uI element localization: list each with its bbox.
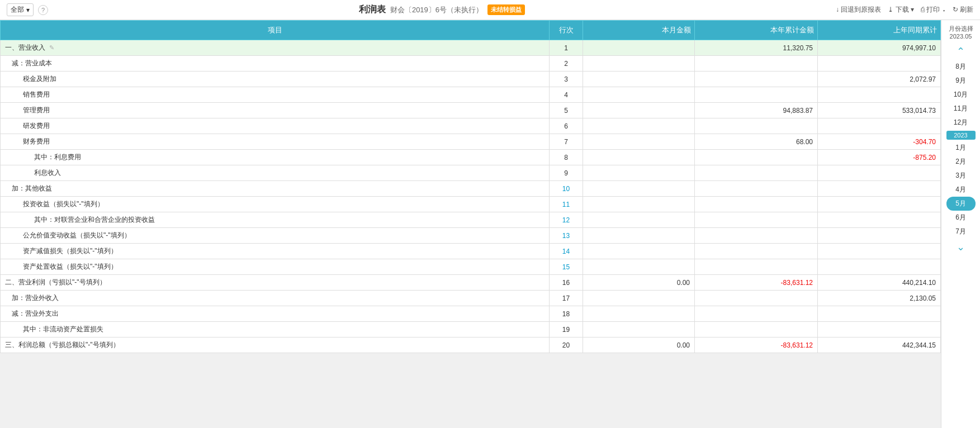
cell-year [695, 150, 818, 165]
cell-month [583, 150, 695, 165]
cell-rownum: 4 [550, 87, 583, 103]
cell-lastyear: 533,014.73 [818, 103, 941, 118]
edit-icon[interactable]: ✎ [48, 44, 54, 51]
cell-item: 加：营业外收入 [1, 291, 550, 306]
cell-lastyear: 2,072.97 [818, 72, 941, 87]
cell-item: 资产减值损失（损失以"-"填列） [1, 244, 550, 259]
cell-month [583, 212, 695, 228]
status-badge: 未结转损益 [487, 4, 525, 15]
cell-lastyear: 974,997.10 [818, 40, 941, 56]
side-month-item[interactable]: 5月 [946, 197, 976, 211]
cell-rownum: 11 [550, 197, 583, 212]
cell-year: 94,883.87 [695, 103, 818, 118]
cell-year: 11,320.75 [695, 40, 818, 56]
side-month-item[interactable]: 2023 [946, 131, 976, 140]
cell-lastyear [818, 244, 941, 259]
side-month-item[interactable]: 6月 [946, 211, 976, 225]
chevron-down-icon: ▾ [26, 6, 30, 14]
selector-area[interactable]: 全部 ▾ ? [7, 3, 48, 16]
cell-year: -83,631.12 [695, 275, 818, 291]
action-download[interactable]: ⤓ 下载 ▾ [888, 5, 914, 15]
cell-month [583, 306, 695, 322]
title-area: 利润表 财会〔2019〕6号（未执行） 未结转损益 [359, 4, 525, 16]
scope-label: 全部 [11, 5, 24, 15]
scroll-down-icon[interactable]: ⌄ [955, 240, 966, 254]
side-month-item[interactable]: 10月 [946, 88, 976, 102]
cell-year [695, 306, 818, 322]
cell-year [695, 181, 818, 197]
cell-year [695, 197, 818, 212]
cell-year [695, 56, 818, 72]
side-month-item[interactable]: 12月 [946, 116, 976, 130]
cell-lastyear: -304.70 [818, 134, 941, 150]
month-selector-panel: 月份选择2023.05 ⌃ 8月9月10月11月12月20231月2月3月4月5… [941, 20, 980, 428]
cell-year [695, 212, 818, 228]
side-month-item[interactable]: 1月 [946, 141, 976, 155]
cell-year: 68.00 [695, 134, 818, 150]
cell-lastyear [818, 212, 941, 228]
cell-rownum: 9 [550, 165, 583, 181]
side-month-item[interactable]: 9月 [946, 74, 976, 88]
cell-lastyear [818, 87, 941, 103]
cell-rownum: 19 [550, 322, 583, 337]
cell-lastyear [818, 322, 941, 337]
side-year: 2023.05 [950, 33, 972, 40]
report-subtitle: 财会〔2019〕6号（未执行） [390, 5, 483, 15]
header-item: 项目 [1, 21, 550, 40]
action-refresh[interactable]: ↻ 刷新 [953, 5, 973, 15]
cell-lastyear [818, 118, 941, 134]
cell-rownum: 16 [550, 275, 583, 291]
cell-month [583, 228, 695, 244]
cell-year [695, 322, 818, 337]
scope-selector[interactable]: 全部 ▾ [7, 3, 34, 16]
cell-year: -83,631.12 [695, 337, 818, 353]
cell-item: 公允价值变动收益（损失以"-"填列） [1, 228, 550, 244]
cell-lastyear [818, 228, 941, 244]
cell-month [583, 244, 695, 259]
cell-month [583, 72, 695, 87]
cell-year [695, 228, 818, 244]
header-lastyear: 上年同期累计 [818, 21, 941, 40]
cell-lastyear [818, 165, 941, 181]
cell-lastyear: 2,130.05 [818, 291, 941, 306]
cell-rownum: 20 [550, 337, 583, 353]
side-month-item[interactable]: 2月 [946, 155, 976, 169]
cell-month: 0.00 [583, 337, 695, 353]
cell-item: 三、利润总额（亏损总额以"-"号填列） [1, 337, 550, 353]
cell-rownum: 12 [550, 212, 583, 228]
cell-item: 管理费用 [1, 103, 550, 118]
cell-rownum: 17 [550, 291, 583, 306]
cell-item: 财务费用 [1, 134, 550, 150]
side-month-item[interactable]: 11月 [946, 102, 976, 116]
cell-rownum: 7 [550, 134, 583, 150]
cell-rownum: 13 [550, 228, 583, 244]
help-icon[interactable]: ? [38, 5, 48, 15]
side-month-item[interactable]: 3月 [946, 169, 976, 183]
cell-item: 其中：对联营企业和合营企业的投资收益 [1, 212, 550, 228]
cell-rownum: 5 [550, 103, 583, 118]
cell-year [695, 259, 818, 275]
side-month-item[interactable]: 7月 [946, 225, 976, 239]
cell-year [695, 165, 818, 181]
header-month: 本月金额 [583, 21, 695, 40]
report-title: 利润表 [359, 4, 386, 16]
side-month-item[interactable]: 8月 [946, 60, 976, 74]
cell-lastyear [818, 56, 941, 72]
side-month-item[interactable]: 4月 [946, 183, 976, 197]
cell-rownum: 18 [550, 306, 583, 322]
action-back[interactable]: ↓ 回退到原报表 [836, 5, 881, 15]
cell-rownum: 10 [550, 181, 583, 197]
cell-year [695, 291, 818, 306]
cell-item: 一、营业收入 ✎ [1, 40, 550, 56]
cell-rownum: 6 [550, 118, 583, 134]
header-row: 行次 [550, 21, 583, 40]
action-print[interactable]: ⎙ 打印 ▾ [921, 5, 946, 15]
cell-month [583, 118, 695, 134]
cell-lastyear: 440,214.10 [818, 275, 941, 291]
cell-item: 销售费用 [1, 87, 550, 103]
cell-rownum: 2 [550, 56, 583, 72]
cell-item: 研发费用 [1, 118, 550, 134]
cell-lastyear: 442,344.15 [818, 337, 941, 353]
cell-month [583, 322, 695, 337]
scroll-up-icon[interactable]: ⌃ [955, 44, 966, 59]
